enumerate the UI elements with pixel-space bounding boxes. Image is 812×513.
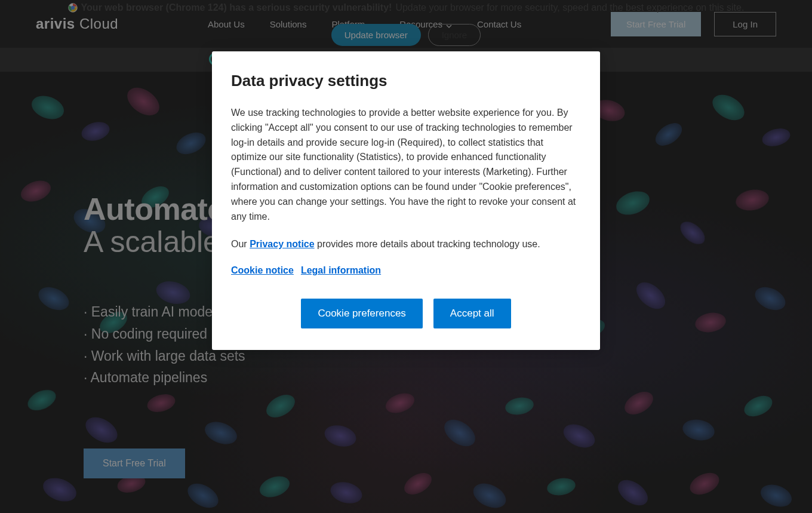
- modal-body2-prefix: Our: [231, 239, 250, 249]
- legal-information-link[interactable]: Legal information: [301, 265, 381, 276]
- modal-links-row: Cookie notice Legal information: [231, 265, 581, 276]
- modal-body-privacy-line: Our Privacy notice provides more details…: [231, 237, 581, 252]
- cookie-notice-link[interactable]: Cookie notice: [231, 265, 294, 276]
- modal-actions: Cookie preferences Accept all: [231, 299, 581, 328]
- modal-body-main: We use tracking technologies to provide …: [231, 106, 581, 224]
- privacy-modal: Data privacy settings We use tracking te…: [212, 51, 600, 350]
- modal-title: Data privacy settings: [231, 72, 581, 90]
- cookie-preferences-button[interactable]: Cookie preferences: [301, 299, 422, 328]
- modal-body2-suffix: provides more details about tracking tec…: [315, 239, 540, 249]
- accept-all-button[interactable]: Accept all: [433, 299, 511, 328]
- privacy-notice-link[interactable]: Privacy notice: [250, 239, 315, 249]
